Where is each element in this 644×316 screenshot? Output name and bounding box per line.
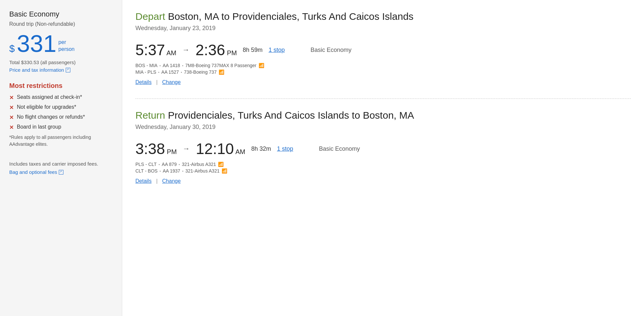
left-panel: Basic Economy Round trip (Non-refundable… [0,0,122,316]
depart-leg2-details: MIA - PLS ▪ AA 1527 ▪ 738-Boeing 737 📶 [135,69,631,75]
x-icon-2: ✕ [9,104,14,111]
return-arrive-suffix: AM [234,148,245,155]
depart-leg2-flight: AA 1527 [161,69,179,75]
return-destination: Providenciales, Turks And Caicos Islands… [168,110,414,121]
restriction-text-3: No flight changes or refunds* [17,114,85,120]
depart-leg1-aircraft: 7M8-Boeing 737MAX 8 Passenger [185,63,257,68]
restriction-item-3: ✕ No flight changes or refunds* [9,114,113,121]
return-stops-link[interactable]: 1 stop [277,145,293,152]
depart-leg1-details: BOS - MIA ▪ AA 1418 ▪ 7M8-Boeing 737MAX … [135,63,631,68]
depart-time: 5:37 AM [135,41,176,59]
restriction-item-2: ✕ Not eligible for upgrades* [9,104,113,111]
depart-stops-link[interactable]: 1 stop [268,47,285,54]
restriction-item-1: ✕ Seats assigned at check-in* [9,94,113,101]
x-icon-1: ✕ [9,95,14,101]
arrow-icon-return: → [183,144,190,153]
depart-destination: Boston, MA to Providenciales, Turks And … [168,11,413,22]
wifi-icon-3: 📶 [218,162,224,167]
depart-times-row: 5:37 AM → 2:36 PM 8h 59m 1 stop Basic Ec… [135,41,631,59]
x-icon-3: ✕ [9,114,14,121]
action-sep-2: | [156,178,158,184]
price-row: $ 331 perperson [9,32,113,56]
depart-leg1-flight: AA 1418 [162,63,180,68]
return-leg1-route: PLS - CLT [135,162,157,167]
depart-actions: Details | Change [135,79,631,85]
depart-header: Depart Boston, MA to Providenciales, Tur… [135,10,631,23]
depart-fare-class: Basic Economy [310,47,351,54]
return-leg2-route: CLT - BOS [135,168,158,174]
wifi-icon-4: 📶 [222,168,227,174]
restrictions-title: Most restrictions [9,82,113,90]
dot-sep-2: ▪ [182,64,183,67]
return-details-link[interactable]: Details [135,178,152,184]
return-arrive-time: 12:10 AM [196,140,245,158]
restriction-text-1: Seats assigned at check-in* [17,94,82,100]
return-change-link[interactable]: Change [162,178,181,184]
return-section: Return Providenciales, Turks And Caicos … [135,109,631,184]
return-leg2-aircraft: 321-Airbus A321 [185,168,220,174]
price-tax-label: Price and tax information [9,67,64,73]
depart-date: Wednesday, January 23, 2019 [135,25,631,32]
return-leg1-flight: AA 879 [162,162,177,167]
return-leg2-flight: AA 1937 [163,168,180,174]
depart-time-value: 5:37 [135,41,165,59]
depart-details-link[interactable]: Details [135,79,152,85]
restriction-item-4: ✕ Board in last group [9,124,113,131]
section-divider [135,99,631,99]
total-price: Total $330.53 (all passengers) [9,59,113,65]
return-times-row: 3:38 PM → 12:10 AM 8h 32m 1 stop Basic E… [135,140,631,158]
return-duration: 8h 32m [251,145,271,152]
depart-leg2-aircraft: 738-Boeing 737 [184,69,217,75]
external-link-icon-2 [59,170,63,175]
arrow-icon-depart: → [182,46,190,54]
right-panel: Depart Boston, MA to Providenciales, Tur… [122,0,644,316]
restriction-text-2: Not eligible for upgrades* [17,104,76,110]
depart-time-suffix: AM [165,49,176,57]
return-arrive-time-value: 12:10 [196,140,234,157]
external-link-icon [66,68,70,72]
dot-sep-1: ▪ [160,64,161,67]
action-sep-1: | [156,79,158,85]
fare-type: Basic Economy [9,10,113,19]
depart-leg1-route: BOS - MIA [135,63,158,68]
arrive-time: 2:36 PM [196,41,237,59]
dot-sep-4: ▪ [181,70,182,74]
return-actions: Details | Change [135,178,631,184]
rules-note: *Rules apply to all passengers including… [9,134,113,148]
taxes-note: Includes taxes and carrier imposed fees. [9,161,113,167]
depart-section: Depart Boston, MA to Providenciales, Tur… [135,10,631,85]
dot-sep-6: ▪ [179,163,180,166]
dot-sep-8: ▪ [182,169,184,173]
return-label: Return [135,110,165,121]
return-date: Wednesday, January 30, 2019 [135,124,631,131]
return-leg1-details: PLS - CLT ▪ AA 879 ▪ 321-Airbus A321 📶 [135,162,631,167]
arrive-time-suffix: PM [225,49,237,57]
x-icon-4: ✕ [9,124,14,131]
return-depart-suffix: PM [165,148,177,155]
trip-type: Round trip (Non-refundable) [9,21,113,27]
bag-fees-label: Bag and optional fees [9,169,57,175]
return-leg2-details: CLT - BOS ▪ AA 1937 ▪ 321-Airbus A321 📶 [135,168,631,174]
return-header: Return Providenciales, Turks And Caicos … [135,109,631,122]
restriction-text-4: Board in last group [17,124,61,130]
price-tax-link[interactable]: Price and tax information [9,67,113,73]
price-amount: 331 [17,32,56,56]
wifi-icon-2: 📶 [219,69,224,75]
return-fare-class: Basic Economy [319,145,360,152]
return-depart-time-value: 3:38 [135,140,165,157]
dot-sep-5: ▪ [159,163,160,166]
return-depart-time: 3:38 PM [135,140,177,158]
wifi-icon-1: 📶 [259,63,264,68]
depart-duration: 8h 59m [243,47,263,54]
dollar-sign: $ [9,44,15,56]
per-person: perperson [58,39,75,56]
depart-leg2-route: MIA - PLS [135,69,156,75]
arrive-time-value: 2:36 [196,41,225,59]
depart-label: Depart [135,11,165,22]
bag-fees-link[interactable]: Bag and optional fees [9,169,113,175]
return-leg1-aircraft: 321-Airbus A321 [182,162,216,167]
dot-sep-7: ▪ [160,169,161,173]
dot-sep-3: ▪ [158,70,160,74]
depart-change-link[interactable]: Change [162,79,181,85]
